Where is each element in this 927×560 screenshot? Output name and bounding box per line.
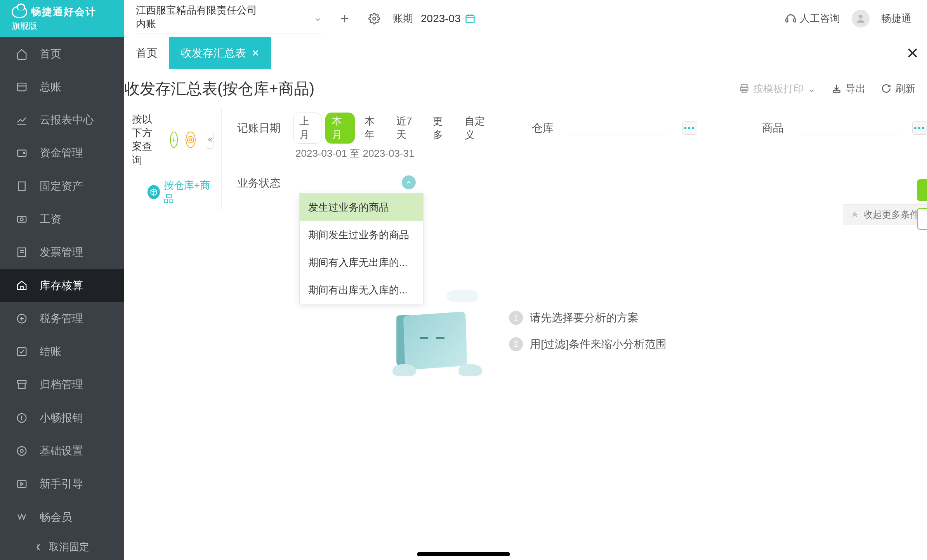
chip-this-month[interactable]: 本月 [325, 113, 355, 144]
dropdown-item[interactable]: 期间有入库无出库的... [300, 249, 423, 276]
dropdown-item[interactable]: 期间有出库无入库的... [300, 276, 423, 304]
scheme-item[interactable]: 按仓库+商品 [132, 179, 214, 206]
svg-rect-3 [466, 15, 474, 23]
chip-this-year[interactable]: 本年 [359, 113, 387, 144]
export-button[interactable]: 导出 [832, 82, 866, 95]
sidebar-item-inventory[interactable]: 库存核算 [0, 269, 124, 302]
svg-rect-23 [20, 286, 23, 290]
collapse-conditions[interactable]: 收起更多条件 [843, 204, 927, 225]
filter-panel: 按以下方案查询 + 按仓库+商品 记账日期 上月 [124, 108, 927, 210]
empty-state: 1 请先选择要分析的方案 2 用[过滤]条件来缩小分析范围 [385, 286, 667, 376]
avatar[interactable] [852, 10, 870, 28]
period-value[interactable]: 2023-03 [421, 12, 461, 25]
sidebar-item-closing[interactable]: 结账 [0, 335, 124, 368]
ledger-icon [16, 81, 28, 93]
add-icon[interactable] [338, 12, 352, 26]
chip-prev-month[interactable]: 上月 [293, 113, 321, 144]
filter-fields: 记账日期 上月 本月 本年 近7天 更多 自定义 仓库 ••• 商品 ••• 2… [222, 108, 927, 210]
scheme-panel: 按以下方案查询 + 按仓库+商品 [124, 108, 222, 210]
export-icon [832, 83, 842, 94]
chip-7days[interactable]: 近7天 [391, 113, 423, 144]
empty-step-1: 1 请先选择要分析的方案 [509, 310, 667, 325]
dropdown-item[interactable]: 发生过业务的商品 [300, 194, 423, 221]
sidebar-item-member[interactable]: 畅会员 [0, 501, 124, 534]
svg-point-30 [17, 447, 26, 456]
svg-rect-25 [17, 348, 26, 355]
refresh-button[interactable]: 刷新 [881, 82, 915, 95]
sidebar-item-archive[interactable]: 归档管理 [0, 368, 124, 401]
step-badge: 2 [509, 337, 523, 351]
support-button[interactable]: 人工咨询 [785, 12, 840, 25]
close-icon[interactable]: ✕ [252, 48, 259, 59]
close-all-tabs[interactable]: ✕ [906, 44, 919, 62]
sidebar-item-home[interactable]: 首页 [0, 37, 124, 70]
double-chevron-up-icon [851, 211, 859, 218]
gear-icon[interactable] [367, 12, 381, 26]
svg-rect-18 [17, 217, 26, 222]
refresh-icon [881, 83, 891, 94]
sidebar-item-guide[interactable]: 新手引导 [0, 468, 124, 501]
empty-step-2: 2 用[过滤]条件来缩小分析范围 [509, 337, 667, 352]
sidebar-item-reports[interactable]: 云报表中心 [0, 104, 124, 137]
svg-rect-15 [18, 182, 25, 191]
scheme-settings-button[interactable] [186, 132, 196, 148]
sidebar-item-ledger[interactable]: 总账 [0, 70, 124, 103]
svg-rect-8 [794, 19, 796, 22]
expense-icon [16, 412, 28, 424]
svg-point-39 [187, 137, 194, 143]
svg-rect-27 [18, 383, 25, 389]
add-scheme-button[interactable]: + [170, 132, 178, 148]
sidebar-item-assets[interactable]: 固定资产 [0, 170, 124, 203]
calendar-icon[interactable] [465, 13, 476, 24]
salary-icon [16, 213, 28, 225]
chip-custom[interactable]: 自定义 [459, 113, 495, 144]
gear-icon [16, 445, 28, 457]
chevron-up-icon[interactable] [402, 175, 416, 189]
support-label: 人工咨询 [800, 12, 840, 25]
svg-rect-31 [17, 481, 26, 488]
product-input[interactable] [798, 121, 901, 135]
check-icon [16, 345, 28, 358]
collapse-panel-button[interactable] [206, 131, 214, 149]
user-name[interactable]: 畅捷通 [881, 12, 911, 25]
print-button[interactable]: 按模板打印 ⌄ [739, 82, 816, 95]
warehouse-input[interactable] [568, 121, 670, 135]
dropdown-item[interactable]: 期间发生过业务的商品 [300, 221, 423, 249]
collapse-icon [35, 542, 45, 552]
svg-rect-37 [833, 90, 840, 92]
product-picker[interactable]: ••• [912, 121, 927, 135]
wallet-icon [16, 147, 28, 159]
sidebar-unpin[interactable]: 取消固定 [0, 534, 124, 560]
scheme-hint: 按以下方案查询 [132, 113, 162, 167]
vip-icon [16, 511, 28, 524]
tab-summary[interactable]: 收发存汇总表 ✕ [169, 37, 271, 69]
sidebar-item-invoice[interactable]: 发票管理 [0, 236, 124, 269]
sidebar-item-expense[interactable]: 小畅报销 [0, 401, 124, 434]
chip-more[interactable]: 更多 [427, 113, 455, 144]
sidebar-item-salary[interactable]: 工资 [0, 203, 124, 236]
sidebar-item-tax[interactable]: 税务管理 [0, 302, 124, 335]
right-fab-group [917, 179, 927, 230]
date-range: 2023-03-01 至 2023-03-31 [295, 147, 927, 160]
page-header: 收发存汇总表(按仓库+商品) 按模板打印 ⌄ 导出 刷新 [124, 69, 927, 108]
secondary-action-button[interactable] [917, 208, 927, 230]
home-icon [16, 48, 28, 60]
topbar: 畅捷通好会计 旗舰版 江西服宝精品有限责任公司内账 ⌄ 账期 2023-03 人… [0, 0, 927, 37]
tab-home[interactable]: 首页 [124, 37, 169, 69]
company-name: 江西服宝精品有限责任公司内账 [136, 3, 259, 31]
sidebar-item-settings[interactable]: 基础设置 [0, 434, 124, 467]
date-label: 记账日期 [237, 121, 282, 135]
chevron-down-icon[interactable]: ⌄ [807, 83, 816, 95]
brand-name: 畅捷通好会计 [31, 5, 96, 19]
tabs-row: 首页 收发存汇总表 ✕ ✕ [124, 37, 927, 69]
svg-point-9 [859, 15, 863, 19]
invoice-icon [16, 246, 28, 258]
status-select[interactable]: 发生过业务的商品 期间发生过业务的商品 期间有入库无出库的... 期间有出库无入… [299, 176, 416, 190]
primary-action-button[interactable] [917, 179, 927, 201]
status-label: 业务状态 [237, 176, 288, 191]
sidebar: 首页 总账 云报表中心 资金管理 固定资产 工资 发票管理 库存核算 税务管理 … [0, 37, 124, 560]
warehouse-picker[interactable]: ••• [682, 121, 697, 135]
page-title: 收发存汇总表(按仓库+商品) [124, 78, 314, 99]
sidebar-item-funds[interactable]: 资金管理 [0, 137, 124, 170]
company-selector[interactable]: 江西服宝精品有限责任公司内账 ⌄ [136, 3, 322, 33]
